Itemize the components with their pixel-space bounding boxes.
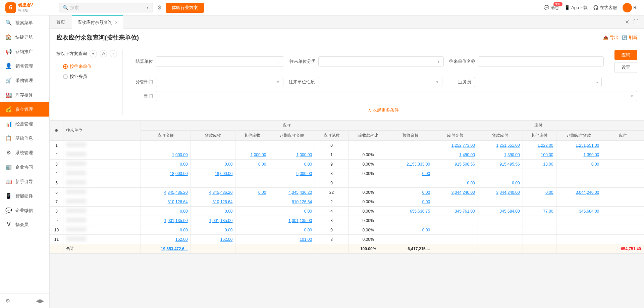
sidebar-item-marketing[interactable]: 📢 营销推广 xyxy=(0,44,49,59)
th-unit: 往来单位 xyxy=(63,121,141,141)
filter-field-unit-nature: 往来单位性质 ▼ xyxy=(289,77,443,87)
footer-label: 合计 xyxy=(63,244,141,254)
radio-dot-unit xyxy=(63,64,68,69)
scheme-option-by-salesman[interactable]: 按业务员 xyxy=(60,72,117,81)
search-dropdown-arrow: ▼ xyxy=(146,6,149,9)
footer-receivable[interactable]: 19,553,472,6... xyxy=(141,244,191,254)
unit-cell xyxy=(63,178,141,188)
settings-icon[interactable]: ⚙ xyxy=(157,4,162,11)
chevron-up-icon: ∧ xyxy=(368,108,371,113)
sidebar-item-operations[interactable]: 📊 经营管理 xyxy=(0,117,49,131)
footer-prepaid: 6,417,215.... xyxy=(388,244,433,254)
system-icon: ⚙ xyxy=(5,149,12,156)
label-dept: 分管部门 xyxy=(129,79,153,85)
th-overdue-recv: 超期应收金额 xyxy=(269,131,315,141)
message-action[interactable]: 💬 消息 99+ xyxy=(544,5,559,11)
table-row: 7810,126.64810,126.64810,126.6420.00%0.0… xyxy=(50,197,644,207)
th-prepaid: 预收余额 xyxy=(388,131,433,141)
top-search-box[interactable]: 🔍 搜索 ▼ xyxy=(59,3,153,12)
table-settings-header[interactable]: ⚙ xyxy=(50,121,63,141)
unit-cell xyxy=(63,207,141,216)
th-recv-ratio: 应收款占比 xyxy=(348,131,388,141)
window-maximize-button[interactable]: ⛶ xyxy=(633,19,639,25)
app-download-action[interactable]: 📱 App下载 xyxy=(565,5,588,11)
unit-cell xyxy=(63,169,141,178)
th-recv-amount: 应收金额 xyxy=(141,131,191,141)
th-pay-remain: 应付 xyxy=(602,131,644,141)
sidebar-item-inventory[interactable]: 🏭 库存核算 xyxy=(0,88,49,102)
wechat-icon: 💬 xyxy=(5,207,12,214)
sidebar-item-guide[interactable]: 📖 新手引导 xyxy=(0,174,49,189)
logo-area: 6 畅捷通V 标准版 xyxy=(5,2,55,13)
sidebar-item-enterprise[interactable]: 🏢 企业协同 xyxy=(0,160,49,174)
sales-icon: 👤 xyxy=(5,63,12,69)
scheme-label-salesman: 按业务员 xyxy=(70,74,87,80)
page-title: 应收应付余额查询(按往来单位) xyxy=(56,34,139,42)
refresh-icon: 🔄 xyxy=(622,35,627,40)
th-other-recv: 其他应收 xyxy=(235,131,269,141)
sidebar-collapse-button[interactable]: ◀▶ xyxy=(36,298,44,304)
sidebar-item-search-menu[interactable]: 🔍 搜索菜单 xyxy=(0,15,49,30)
sidebar-item-basic-info[interactable]: 📋 基础信息 xyxy=(0,131,49,145)
unit-cell xyxy=(63,160,141,169)
sidebar-item-sales[interactable]: 👤 销售管理 xyxy=(0,59,49,73)
sidebar-item-system[interactable]: ⚙ 系统管理 xyxy=(0,145,49,160)
sidebar-settings-icon[interactable]: ⚙ xyxy=(5,298,10,304)
th-other-pay: 其他应付 xyxy=(523,131,556,141)
refresh-button[interactable]: 🔄 刷新 xyxy=(622,35,637,41)
add-scheme-button[interactable]: + xyxy=(90,50,97,57)
message-icon: 💬 xyxy=(544,5,549,10)
table-row: 30.000.000.000.0090.00%2,153,333.00915,5… xyxy=(50,160,644,169)
filter-field-dept: 分管部门 ▼ xyxy=(129,77,283,87)
th-pay-amount: 应付金额 xyxy=(433,131,478,141)
unit-cell xyxy=(63,141,141,150)
select-department[interactable]: ▼ xyxy=(156,91,637,101)
th-recv-count: 应收笔数 xyxy=(315,131,348,141)
sidebar-item-quick-nav[interactable]: 🏠 快捷导航 xyxy=(0,30,49,44)
input-settlement-unit[interactable]: ··· xyxy=(156,56,284,67)
table-row: 64,345,436.204,345,436.200.004,345,436.2… xyxy=(50,188,644,197)
query-button[interactable]: 查询 xyxy=(614,50,637,60)
sidebar-item-vip[interactable]: V 畅会员 xyxy=(0,218,49,232)
sidebar-item-smart-hw[interactable]: 📱 智能硬件 xyxy=(0,189,49,203)
online-service-action[interactable]: 🎧 在线客服 xyxy=(593,5,617,11)
collapse-more-button[interactable]: ∧ 收起更多条件 xyxy=(129,105,637,115)
window-close-button[interactable]: ✕ xyxy=(625,19,629,25)
sidebar-item-purchase[interactable]: 🛒 采购管理 xyxy=(0,73,49,88)
user-avatar[interactable]: Rit xyxy=(623,3,639,12)
search-icon: 🔍 xyxy=(63,5,68,10)
select-dept[interactable]: ▼ xyxy=(156,77,283,87)
input-salesman[interactable]: ··· xyxy=(474,77,602,87)
vip-icon: V xyxy=(5,222,12,228)
table-row: 21,000.001,000.001,000.0010.00%1,490.001… xyxy=(50,150,644,160)
label-unit-name: 往来单位名称 xyxy=(449,58,475,64)
scheme-option-by-unit[interactable]: 按往来单位 xyxy=(60,62,117,71)
unit-cell xyxy=(63,197,141,207)
th-group-receivable: 应收 xyxy=(141,121,433,131)
tab-home[interactable]: 首页 xyxy=(50,15,72,29)
select-unit-category[interactable]: ▼ xyxy=(318,56,444,67)
sidebar-item-finance[interactable]: 💰 资金管理 xyxy=(0,102,49,117)
table-footer: 合计 19,553,472,6... 100.00% 6,417,215.... xyxy=(50,244,644,254)
settings-scheme-button[interactable]: ⊙ xyxy=(100,50,107,57)
unit-cell xyxy=(63,150,141,160)
enterprise-icon: 🏢 xyxy=(5,164,12,170)
label-settlement: 结算单位 xyxy=(129,58,153,64)
sidebar-item-wechat[interactable]: 💬 企业微信 xyxy=(0,203,49,218)
table-row: 80.000.000.0040.00%655,636.75345,761.003… xyxy=(50,207,644,216)
tab-close-button[interactable]: × xyxy=(115,20,118,25)
select-unit-nature[interactable]: ▼ xyxy=(318,77,443,87)
message-badge: 99+ xyxy=(553,2,562,6)
export-button[interactable]: 📤 导出 xyxy=(603,35,619,41)
export-icon: 📤 xyxy=(603,35,608,40)
guide-icon: 📖 xyxy=(5,178,12,185)
collapse-scheme-button[interactable]: « xyxy=(110,50,117,57)
input-unit-name[interactable] xyxy=(478,56,604,67)
industry-solution-button[interactable]: 体验行业方案 xyxy=(166,3,204,13)
tab-receivable-query[interactable]: 应收应付余额查询 × xyxy=(72,15,123,29)
basic-info-icon: 📋 xyxy=(5,135,12,141)
settings-button[interactable]: 设置 xyxy=(614,62,637,73)
unit-cell xyxy=(63,216,141,225)
logo-name: 畅捷通V xyxy=(18,2,33,8)
search-placeholder: 搜索 xyxy=(70,5,79,11)
